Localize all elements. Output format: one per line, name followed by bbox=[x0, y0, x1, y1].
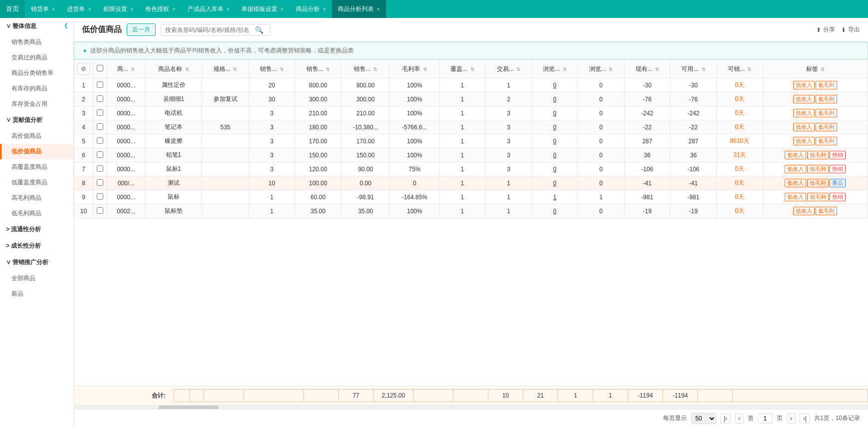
row-select-checkbox[interactable] bbox=[97, 151, 103, 158]
col-sales-amount[interactable]: 销售... ⇅ bbox=[341, 60, 390, 78]
row-checkbox[interactable] bbox=[93, 148, 107, 162]
close-icon[interactable]: × bbox=[280, 6, 283, 12]
col-current[interactable]: 现有... ⇅ bbox=[624, 60, 670, 78]
share-button[interactable]: ⬆ 分享 bbox=[816, 25, 835, 34]
view1-link[interactable]: 0 bbox=[553, 124, 557, 131]
close-icon[interactable]: × bbox=[377, 6, 380, 12]
row-view1[interactable]: 0 bbox=[532, 148, 578, 162]
sidebar-section-contribution[interactable]: ∨ 贡献值分析 bbox=[0, 112, 73, 128]
page-size-select[interactable]: 50 100 200 bbox=[691, 413, 716, 424]
nav-item-home[interactable]: 首页 bbox=[0, 0, 25, 18]
row-select-checkbox[interactable] bbox=[97, 95, 103, 102]
view1-link[interactable]: 1 bbox=[553, 194, 557, 201]
row-view1[interactable]: 0 bbox=[532, 120, 578, 134]
nav-item-template[interactable]: 单据模板设置 × bbox=[235, 0, 289, 18]
view1-link[interactable]: 0 bbox=[553, 110, 557, 117]
row-checkbox[interactable] bbox=[93, 78, 107, 92]
page-number-input[interactable] bbox=[758, 414, 773, 424]
close-icon[interactable]: × bbox=[130, 6, 133, 12]
filter-recent-month[interactable]: 近一月 bbox=[127, 23, 156, 36]
sidebar-item-traded-goods[interactable]: 交易过的商品 bbox=[0, 50, 73, 65]
row-view1[interactable]: 0 bbox=[532, 106, 578, 120]
row-select-checkbox[interactable] bbox=[97, 193, 103, 200]
sidebar-item-sales-goods[interactable]: 销售类商品 bbox=[0, 34, 73, 50]
next-page-button[interactable]: › bbox=[787, 414, 796, 424]
close-icon[interactable]: × bbox=[52, 6, 55, 12]
nav-item-purchase[interactable]: 进货单 × bbox=[61, 0, 97, 18]
row-select-checkbox[interactable] bbox=[97, 123, 103, 130]
sidebar-item-low-margin[interactable]: 低毛利商品 bbox=[0, 206, 73, 221]
col-spec[interactable]: 规格... ⇅ bbox=[202, 60, 249, 78]
view1-link[interactable]: 0 bbox=[553, 208, 557, 215]
view1-link[interactable]: 0 bbox=[553, 180, 557, 187]
view1-link[interactable]: 0 bbox=[553, 96, 557, 103]
col-coverage[interactable]: 覆盖... ⇅ bbox=[439, 60, 486, 78]
row-view1[interactable]: 0 bbox=[532, 176, 578, 190]
first-page-button[interactable]: |‹ bbox=[720, 414, 731, 424]
row-select-checkbox[interactable] bbox=[97, 81, 103, 88]
row-checkbox[interactable] bbox=[93, 106, 107, 120]
nav-item-analysis-list[interactable]: 商品分析列表 × bbox=[332, 0, 386, 18]
row-checkbox[interactable] bbox=[93, 120, 107, 134]
row-select-checkbox[interactable] bbox=[97, 179, 103, 186]
col-name[interactable]: 商品名称 ⇅ bbox=[145, 60, 202, 78]
row-view1[interactable]: 0 bbox=[532, 78, 578, 92]
col-salable[interactable]: 可销... ⇅ bbox=[716, 60, 763, 78]
sidebar-section-growth[interactable]: > 成长性分析 bbox=[0, 238, 73, 254]
sidebar-section-overall[interactable]: ∨ 整体信息 《 bbox=[0, 18, 73, 34]
sidebar-item-all-goods[interactable]: 全部商品 bbox=[0, 271, 73, 286]
view1-link[interactable]: 0 bbox=[553, 152, 557, 159]
prev-page-button[interactable]: ‹ bbox=[735, 414, 744, 424]
nav-item-analysis[interactable]: 商品分析 × bbox=[290, 0, 332, 18]
row-select-checkbox[interactable] bbox=[97, 109, 103, 116]
nav-item-sales[interactable]: 销货单 × bbox=[25, 0, 61, 18]
col-view1[interactable]: 浏览... ⇅ bbox=[532, 60, 578, 78]
sidebar-item-high-margin[interactable]: 高毛利商品 bbox=[0, 190, 73, 206]
sidebar-item-low-value[interactable]: 低价值商品 bbox=[0, 144, 73, 159]
sidebar-item-low-coverage[interactable]: 低覆盖度商品 bbox=[0, 175, 73, 190]
export-button[interactable]: ⬇ 导出 bbox=[841, 25, 860, 34]
view1-link[interactable]: 0 bbox=[553, 82, 557, 89]
last-page-button[interactable]: ›| bbox=[800, 414, 810, 424]
row-view1[interactable]: 0 bbox=[532, 92, 578, 106]
sidebar-section-marketing[interactable]: ∨ 营销推广分析 bbox=[0, 254, 73, 271]
row-checkbox[interactable] bbox=[93, 134, 107, 148]
search-icon[interactable]: 🔍 bbox=[255, 26, 263, 34]
close-icon[interactable]: × bbox=[88, 6, 91, 12]
close-icon[interactable]: × bbox=[226, 6, 229, 12]
row-view1[interactable]: 1 bbox=[532, 190, 578, 204]
gear-button[interactable]: ⚙ bbox=[77, 63, 90, 75]
col-gear[interactable]: ⚙ bbox=[74, 60, 93, 78]
sidebar-item-stock-goods[interactable]: 有库存的商品 bbox=[0, 81, 73, 96]
row-checkbox[interactable] bbox=[93, 204, 107, 218]
row-checkbox[interactable] bbox=[93, 92, 107, 106]
nav-item-role[interactable]: 角色授权 × bbox=[139, 0, 181, 18]
nav-item-permission[interactable]: 权限设置 × bbox=[97, 0, 139, 18]
sidebar-item-high-value[interactable]: 高价值商品 bbox=[0, 128, 73, 144]
row-select-checkbox[interactable] bbox=[97, 207, 103, 214]
row-view1[interactable]: 0 bbox=[532, 134, 578, 148]
col-sales-qty[interactable]: 销售... ⇅ bbox=[249, 60, 295, 78]
sidebar-item-new-goods[interactable]: 新品 bbox=[0, 286, 73, 302]
row-view1[interactable]: 0 bbox=[532, 162, 578, 176]
close-icon[interactable]: × bbox=[172, 6, 175, 12]
sidebar-item-stock-capital[interactable]: 库存资金占用 bbox=[0, 96, 73, 112]
col-margin[interactable]: 毛利率 ⇅ bbox=[390, 60, 439, 78]
col-available[interactable]: 可用... ⇅ bbox=[670, 60, 717, 78]
nav-item-inbound[interactable]: 产成品入库单 × bbox=[182, 0, 235, 18]
row-checkbox[interactable] bbox=[93, 176, 107, 190]
search-input[interactable] bbox=[165, 26, 255, 33]
col-sales-price[interactable]: 销售... ⇅ bbox=[295, 60, 341, 78]
col-view2[interactable]: 浏览... ⇅ bbox=[578, 60, 624, 78]
col-code[interactable]: 商... ⇅ bbox=[107, 60, 145, 78]
row-checkbox[interactable] bbox=[93, 162, 107, 176]
col-trade[interactable]: 交易... ⇅ bbox=[485, 60, 532, 78]
row-checkbox[interactable] bbox=[93, 190, 107, 204]
sidebar-item-category-rate[interactable]: 商品分类销售率 bbox=[0, 65, 73, 81]
view1-link[interactable]: 0 bbox=[553, 166, 557, 173]
sidebar-section-flow[interactable]: > 流通性分析 bbox=[0, 221, 73, 238]
collapse-icon[interactable]: 《 bbox=[61, 22, 67, 30]
select-all-checkbox[interactable] bbox=[97, 65, 103, 71]
row-select-checkbox[interactable] bbox=[97, 165, 103, 172]
row-select-checkbox[interactable] bbox=[97, 137, 103, 144]
